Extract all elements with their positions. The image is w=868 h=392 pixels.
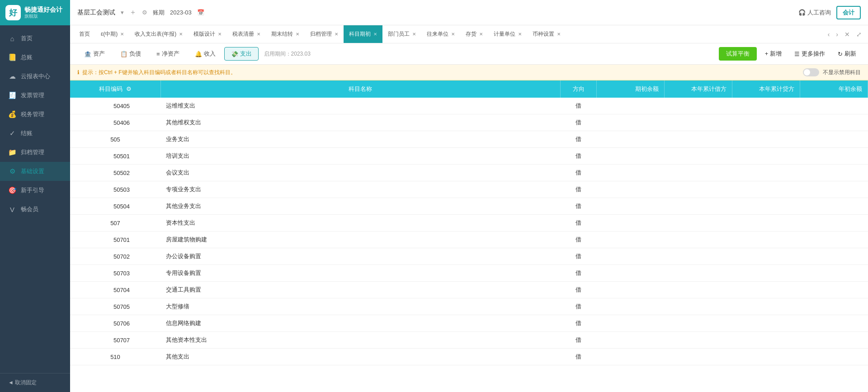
dropdown-icon[interactable]: ▾ [121,9,124,16]
tab-close-8[interactable]: ✕ [412,32,416,37]
tab-科目期初[interactable]: 科目期初✕ [344,25,382,43]
sidebar-item-云报表中心[interactable]: ☁云报表中心 [0,67,70,86]
table-row[interactable]: 50707 其他资本性支出 借 [70,332,868,349]
cell-opening-12 [597,298,665,315]
cell-ytd-credit-8 [732,231,800,248]
sub-tab-负债[interactable]: 📋负债 [113,47,148,61]
toggle-disabled[interactable] [803,68,819,76]
sidebar-item-税务管理[interactable]: 💰税务管理 [0,105,70,124]
tab-close-10[interactable]: ✕ [479,32,483,37]
nav-icon-5: ✓ [8,129,16,137]
app-logo: 好 畅捷通好会计 旗舰版 [0,0,70,25]
period-display: 启用期间：2023.03 [264,50,311,58]
tab-归档管理[interactable]: 归档管理✕ [305,25,344,43]
table-row[interactable]: 507 资本性支出 借 [70,215,868,231]
table-row[interactable]: 50702 办公设备购置 借 [70,248,868,265]
account-button[interactable]: 会计 [836,6,861,19]
tab-label-2: 收入支出表(年报) [135,30,176,38]
tab-close-5[interactable]: ✕ [296,32,299,37]
nav-label-3: 发票管理 [21,91,44,99]
table-row[interactable]: 50705 大型修缮 借 [70,298,868,315]
table-row[interactable]: 50501 培训支出 借 [70,148,868,165]
tab-期末结转[interactable]: 期末结转✕ [266,25,305,43]
nav-icon-9: V [8,206,16,213]
tab-存货[interactable]: 存货✕ [460,25,488,43]
cell-opening-15 [597,349,665,365]
cell-opening-8 [597,231,665,248]
nav-label-2: 云报表中心 [21,72,50,80]
refresh-button[interactable]: ↻ 刷新 [833,47,861,61]
tab-nav-left[interactable]: ‹ [825,31,833,38]
tab-close-12[interactable]: ✕ [557,32,561,37]
tab-部门员工[interactable]: 部门员工✕ [382,25,421,43]
consulting-button[interactable]: 🎧 人工咨询 [798,9,831,17]
add-project-icon[interactable]: ＋ [129,8,137,17]
tab-币种设置[interactable]: 币种设置✕ [527,25,566,43]
table-row[interactable]: 50704 交通工具购置 借 [70,282,868,298]
table-row[interactable]: 50703 专用设备购置 借 [70,265,868,282]
calculate-button[interactable]: 试算平衡 [719,47,757,61]
tab-nav-right[interactable]: › [833,31,841,38]
content-area: 🏦资产📋负债≡净资产🔔收入💸支出启用期间：2023.03 试算平衡 + 新增 ☰… [70,43,868,392]
table-row[interactable]: 50701 房屋建筑物购建 借 [70,231,868,248]
cell-dir-7: 借 [561,215,597,231]
col-settings-icon[interactable]: ⚙ [126,85,132,92]
sidebar-item-总账[interactable]: 📒总账 [0,48,70,67]
table-row[interactable]: 50504 其他业务支出 借 [70,198,868,215]
add-button[interactable]: + 新增 [760,47,786,61]
more-button[interactable]: ☰ 更多操作 [790,47,830,61]
tab-label-12: 币种设置 [533,30,554,38]
cell-dir-10: 借 [561,265,597,282]
table-row[interactable]: 50503 专项业务支出 借 [70,181,868,198]
tab-close-4[interactable]: ✕ [257,32,260,37]
table-row[interactable]: 50502 会议支出 借 [70,165,868,181]
sidebar-item-首页[interactable]: ⌂首页 [0,29,70,48]
calendar-icon[interactable]: 📅 [197,9,204,16]
tab-close-6[interactable]: ✕ [335,32,338,37]
tab-close-11[interactable]: ✕ [518,32,522,37]
sidebar-item-基础设置[interactable]: ⚙基础设置 [0,162,70,181]
tab-expand[interactable]: ⤢ [854,31,864,38]
tab-税表清册[interactable]: 税表清册✕ [227,25,266,43]
tab-往来单位[interactable]: 往来单位✕ [421,25,460,43]
table-row[interactable]: 50405 运维维支出 借 [70,98,868,114]
cell-dir-11: 借 [561,282,597,298]
sidebar-item-归档管理[interactable]: 📁归档管理 [0,143,70,162]
cell-ytd-credit-2 [732,131,800,148]
tab-计量单位[interactable]: 计量单位✕ [488,25,527,43]
cell-ytd-debit-6 [665,198,732,215]
sub-tab-收入[interactable]: 🔔收入 [188,47,222,61]
tab-首页[interactable]: 首页 [74,25,95,43]
table-row[interactable]: 50406 其他维权支出 借 [70,114,868,131]
table-row[interactable]: 50706 信息网络购建 借 [70,315,868,332]
nav-label-4: 税务管理 [21,110,44,118]
table-row[interactable]: 510 其他支出 借 [70,349,868,365]
sub-tab-label-2: 净资产 [162,50,179,58]
sub-tab-资产[interactable]: 🏦资产 [77,47,112,61]
sidebar-footer[interactable]: ◄ 取消固定 [0,373,70,392]
tab-close-3[interactable]: ✕ [218,32,222,37]
settings-icon[interactable]: ⚙ [142,9,147,16]
cell-dir-6: 借 [561,198,597,215]
cell-year-opening-9 [800,248,868,265]
tab-close-9[interactable]: ✕ [451,32,455,37]
sidebar-item-新手引导[interactable]: 🎯新手引导 [0,181,70,200]
tab-ε(中期)[interactable]: ε(中期)✕ [95,25,129,43]
tab-close-all[interactable]: ✕ [842,31,853,38]
sidebar-nav: ⌂首页📒总账☁云报表中心🧾发票管理💰税务管理✓结账📁归档管理⚙基础设置🎯新手引导… [0,25,70,373]
tab-close-1[interactable]: ✕ [120,32,124,37]
tab-close-2[interactable]: ✕ [179,32,183,37]
sidebar-item-发票管理[interactable]: 🧾发票管理 [0,86,70,105]
tab-模版设计[interactable]: 模版设计✕ [188,25,227,43]
sub-tab-label-0: 资产 [93,50,105,58]
sidebar-item-结账[interactable]: ✓结账 [0,124,70,143]
sub-tab-支出[interactable]: 💸支出 [224,47,259,61]
tab-收入支出表(年报)[interactable]: 收入支出表(年报)✕ [129,25,188,43]
sub-tab-净资产[interactable]: ≡净资产 [150,47,186,61]
tab-close-7[interactable]: ✕ [373,32,377,37]
nav-icon-2: ☁ [8,72,16,80]
tab-label-1: ε(中期) [101,30,118,38]
nav-icon-3: 🧾 [8,91,16,99]
sidebar-item-畅会员[interactable]: V畅会员 [0,200,70,219]
table-row[interactable]: 505 业务支出 借 [70,131,868,148]
